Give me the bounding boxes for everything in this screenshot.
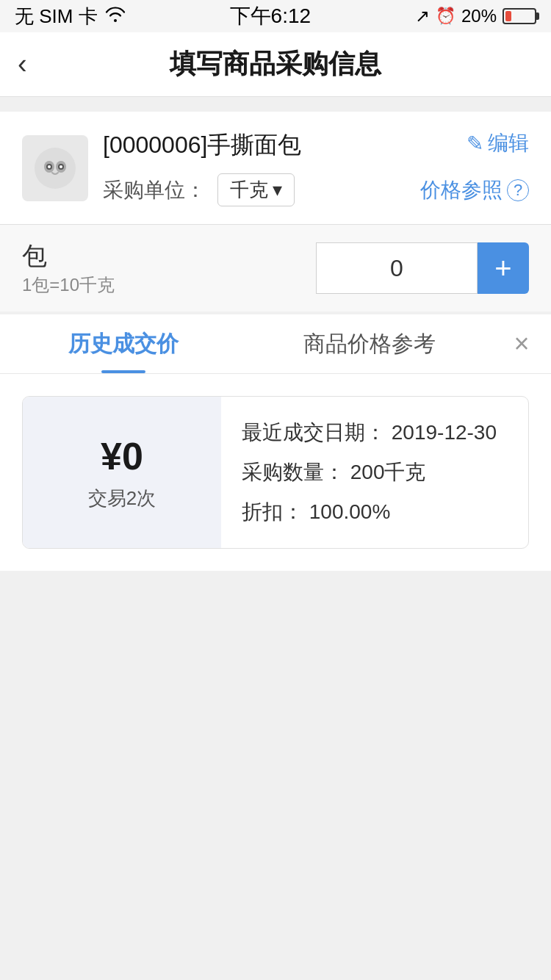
sim-text: 无 SIM 卡 [15, 4, 98, 29]
history-recent-date: 最近成交日期： 2019-12-30 [242, 419, 508, 447]
battery-percent: 20% [461, 6, 497, 26]
svg-point-0 [35, 148, 76, 189]
tab-price-reference[interactable]: 商品价格参考 [246, 314, 492, 373]
history-content: ¥0 交易2次 最近成交日期： 2019-12-30 采购数量： 200千克 折… [0, 374, 551, 571]
history-quantity: 采购数量： 200千克 [242, 458, 508, 486]
back-button[interactable]: ‹ [18, 48, 27, 80]
quantity-label: 包 1包=10千克 [22, 239, 115, 297]
product-thumbnail [22, 135, 88, 201]
quantity-conversion: 1包=10千克 [22, 273, 115, 297]
alarm-icon: ⏰ [436, 7, 455, 26]
svg-point-6 [60, 165, 62, 168]
history-right: 最近成交日期： 2019-12-30 采购数量： 200千克 折扣： 100.0… [221, 397, 528, 548]
status-right: ↗ ⏰ 20% [415, 6, 536, 26]
recent-date-label: 最近成交日期： [242, 421, 386, 444]
battery-icon [503, 8, 536, 24]
wifi-icon [105, 5, 126, 28]
edit-label: 编辑 [488, 129, 529, 157]
tab-history-price-label: 历史成交价 [68, 329, 179, 359]
tab-indicator [101, 370, 145, 373]
location-icon: ↗ [415, 6, 430, 26]
edit-button[interactable]: ✎ 编辑 [467, 129, 529, 157]
quantity-detail-label: 采购数量： [242, 461, 345, 483]
dropdown-arrow-icon: ▾ [273, 179, 282, 201]
nav-bar: ‹ 填写商品采购信息 [0, 32, 551, 97]
svg-point-5 [48, 165, 51, 168]
tab-history-price[interactable]: 历史成交价 [0, 314, 246, 373]
product-name: [0000006]手撕面包 [103, 129, 301, 162]
quantity-detail-value: 200千克 [350, 461, 426, 483]
tabs-container: 历史成交价 商品价格参考 × [0, 314, 551, 374]
edit-icon: ✎ [467, 131, 483, 156]
unit-dropdown[interactable]: 千克 ▾ [217, 173, 295, 206]
tab-close-button[interactable]: × [492, 314, 551, 373]
product-left: [0000006]手撕面包 采购单位： 千克 ▾ [22, 129, 301, 206]
unit-value: 千克 [230, 177, 268, 203]
quantity-input[interactable]: 0 [316, 242, 478, 294]
quantity-plus-button[interactable]: + [478, 242, 529, 294]
history-trade-count: 交易2次 [88, 486, 156, 511]
discount-label: 折扣： [242, 500, 303, 523]
quantity-unit: 包 [22, 239, 115, 273]
history-left: ¥0 交易2次 [23, 397, 221, 548]
status-bar: 无 SIM 卡 下午6:12 ↗ ⏰ 20% [0, 0, 551, 32]
recent-date-value: 2019-12-30 [392, 421, 497, 444]
unit-label: 采购单位： [103, 176, 206, 204]
product-actions: ✎ 编辑 价格参照 ? [420, 129, 529, 204]
price-reference-button[interactable]: 价格参照 ? [420, 176, 529, 204]
history-discount: 折扣： 100.00% [242, 498, 508, 526]
quantity-row: 包 1包=10千克 0 + [0, 224, 551, 311]
price-ref-label: 价格参照 [420, 176, 503, 204]
status-left: 无 SIM 卡 [15, 4, 126, 29]
product-card: [0000006]手撕面包 采购单位： 千克 ▾ ✎ 编辑 价格参照 ? [0, 112, 551, 224]
product-info: [0000006]手撕面包 采购单位： 千克 ▾ [103, 129, 301, 206]
bottom-area [0, 571, 551, 980]
history-card: ¥0 交易2次 最近成交日期： 2019-12-30 采购数量： 200千克 折… [22, 396, 529, 549]
help-icon: ? [507, 179, 529, 201]
quantity-input-row: 0 + [316, 242, 529, 294]
product-unit-row: 采购单位： 千克 ▾ [103, 173, 301, 206]
tab-price-reference-label: 商品价格参考 [303, 329, 436, 359]
page-title: 填写商品采购信息 [170, 46, 381, 82]
history-price: ¥0 [101, 434, 143, 478]
discount-value: 100.00% [309, 500, 391, 523]
status-time: 下午6:12 [230, 2, 311, 30]
